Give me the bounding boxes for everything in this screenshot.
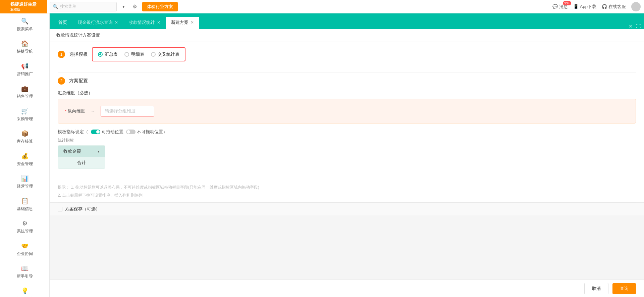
sidebar-label-search: 搜索菜单: [17, 26, 33, 32]
save-label: 方案保存（可选）: [65, 206, 100, 212]
content-area: 首页 现金银行流水查询 ✕ 收款情况统计 ✕ 新建方案 ✕ ✕ ⛶: [50, 13, 644, 297]
required-star: *: [65, 109, 66, 114]
radio-detail[interactable]: 明细表: [124, 51, 144, 57]
radio-group: 汇总表 明细表 交叉统计表: [98, 51, 179, 57]
tab-collection-close[interactable]: ✕: [157, 20, 160, 25]
step1-label: 选择模板: [69, 51, 88, 57]
sidebar-label-inventory: 库存核算: [17, 139, 33, 144]
draggable-label: 可拖动位置: [102, 129, 123, 135]
dimension-vertical-label: * 纵向维度: [65, 108, 85, 114]
marketing-icon: 📢: [21, 62, 29, 70]
tabs-window-controls: ✕ ⛶: [629, 23, 641, 29]
step2-label: 方案配置: [69, 78, 88, 84]
dropdown-btn[interactable]: ▾: [119, 3, 127, 11]
hint-section: 提示： 1. 拖动标题栏可以调整布局，不可跨维度或指标区域拖动栏目字段(只能在同…: [50, 181, 644, 202]
tab-cash-flow-label: 现金银行流水查询: [78, 19, 113, 26]
tab-collection-stats[interactable]: 收款情况统计 ✕: [123, 16, 166, 29]
bottom-bar: 取消 查询: [50, 280, 644, 297]
search-icon: 🔍: [21, 17, 29, 25]
metrics-col1-header-text: 收款金额: [63, 148, 81, 154]
dimension-select-dropdown[interactable]: 请选择分组维度: [101, 106, 154, 116]
metrics-chevron-icon[interactable]: ▾: [98, 149, 100, 154]
sidebar-item-management[interactable]: 📊 经营管理: [0, 171, 49, 193]
dimension-subsection: 汇总维度（必选） * 纵向维度 → 请选择分组维度: [58, 90, 636, 123]
inventory-icon: 📦: [21, 130, 29, 137]
industry-solution-button[interactable]: 体验行业方案: [142, 2, 178, 11]
sidebar-label-management: 经营管理: [17, 184, 33, 189]
radio-cross-label: 交叉统计表: [158, 51, 179, 57]
sidebar-item-purchase[interactable]: 🛒 采购管理: [0, 103, 49, 126]
sidebar-item-hardware[interactable]: 💡 智能硬件: [0, 283, 49, 297]
page-header: 收款情况统计方案设置: [50, 29, 644, 42]
radio-detail-label: 明细表: [131, 51, 144, 57]
message-icon: 💬: [552, 4, 558, 9]
dimension-row: * 纵向维度 → 请选择分组维度: [65, 106, 629, 116]
purchase-icon: 🛒: [21, 107, 29, 115]
sidebar-item-system[interactable]: ⚙ 系统管理: [0, 216, 49, 238]
tab-cash-flow-close[interactable]: ✕: [115, 20, 118, 25]
save-checkbox[interactable]: [58, 207, 62, 211]
sidebar-item-home[interactable]: 🏠 快捷导航: [0, 36, 49, 58]
step2-section: 2 方案配置 汇总维度（必选） * 纵向维度 →: [50, 72, 644, 181]
metrics-table: 收款金额 ▾ 合计: [58, 145, 105, 169]
message-badge: 99+: [563, 1, 571, 5]
metrics-config-label: 模板指标设定（: [58, 129, 88, 135]
main-card: 收款情况统计方案设置 1 选择模板 汇总表: [50, 29, 644, 215]
tab-new-plan-close[interactable]: ✕: [191, 20, 194, 25]
sidebar-item-enterprise[interactable]: 🤝 企业协同: [0, 238, 49, 261]
sidebar-label-system: 系统管理: [17, 229, 33, 234]
query-button[interactable]: 查询: [612, 283, 636, 294]
sidebar-item-basic-info[interactable]: 📋 基础信息: [0, 193, 49, 216]
sidebar-item-finance[interactable]: 💰 资金管理: [0, 148, 49, 171]
page-content: 收款情况统计方案设置 1 选择模板 汇总表: [50, 29, 644, 280]
enterprise-icon: 🤝: [21, 242, 29, 250]
gear-icon: ⚙: [132, 3, 137, 10]
metrics-col1-header: 收款金额 ▾: [58, 146, 105, 157]
messages-btn[interactable]: 💬 消息 99+: [552, 4, 568, 10]
system-icon: ⚙: [22, 220, 28, 227]
chevron-down-icon: ▾: [122, 4, 125, 9]
dimension-placeholder: 请选择分组维度: [105, 108, 136, 113]
sidebar: 🔍 搜索菜单 🏠 快捷导航 📢 营销推广 💼 销售管理 🛒 采购管理 📦 库存核…: [0, 13, 50, 297]
service-label: 在线客服: [608, 4, 626, 10]
sidebar-item-search[interactable]: 🔍 搜索菜单: [0, 13, 49, 36]
settings-gear-btn[interactable]: ⚙: [130, 2, 140, 11]
radio-cross[interactable]: 交叉统计表: [151, 51, 179, 57]
sidebar-label-guide: 新手引导: [17, 274, 33, 279]
cancel-button[interactable]: 取消: [584, 283, 608, 294]
close-window-btn[interactable]: ✕: [629, 23, 633, 29]
user-avatar[interactable]: [631, 2, 641, 11]
tab-new-plan-label: 新建方案: [171, 19, 189, 26]
sidebar-label-marketing: 营销推广: [17, 71, 33, 77]
metrics-section-label: 统计指标: [58, 138, 74, 143]
search-box[interactable]: 🔍 搜索菜单: [50, 2, 117, 11]
tab-bar: 首页 现金银行流水查询 ✕ 收款情况统计 ✕ 新建方案 ✕ ✕ ⛶: [50, 13, 644, 29]
logo-sub: 标准版: [10, 7, 37, 12]
tab-new-plan[interactable]: 新建方案 ✕: [166, 17, 199, 29]
radio-summary-label: 汇总表: [105, 51, 118, 57]
metrics-section: 模板指标设定（ 可拖动位置 不可拖: [58, 129, 636, 175]
radio-summary[interactable]: 汇总表: [98, 51, 118, 57]
download-label: App下载: [580, 4, 596, 10]
hint1: 提示： 1. 拖动标题栏可以调整布局，不可跨维度或指标区域拖动栏目字段(只能在同…: [58, 183, 636, 191]
tab-cash-flow[interactable]: 现金银行流水查询 ✕: [72, 16, 123, 29]
finance-icon: 💰: [21, 152, 29, 160]
guide-icon: 📖: [21, 265, 29, 272]
metrics-not-draggable-indicator: 不可拖动位置）: [126, 129, 167, 135]
sidebar-label-finance: 资金管理: [17, 161, 33, 167]
sidebar-item-inventory[interactable]: 📦 库存核算: [0, 126, 49, 148]
hardware-icon: 💡: [21, 287, 29, 295]
online-service-btn[interactable]: 🎧 在线客服: [602, 4, 626, 10]
maximize-window-btn[interactable]: ⛶: [636, 23, 641, 29]
radio-dot-detail: [124, 52, 129, 57]
home-icon: 🏠: [21, 40, 29, 47]
sidebar-item-marketing[interactable]: 📢 营销推广: [0, 58, 49, 81]
sidebar-item-guide[interactable]: 📖 新手引导: [0, 261, 49, 283]
tab-home[interactable]: 首页: [53, 16, 72, 29]
dimension-title: 汇总维度（必选）: [58, 90, 636, 96]
dimension-vertical-text: 纵向维度: [68, 108, 85, 114]
sidebar-item-sales[interactable]: 💼 销售管理: [0, 81, 49, 103]
template-selection-box: 汇总表 明细表 交叉统计表: [92, 47, 185, 61]
app-download-btn[interactable]: 📱 App下载: [573, 4, 596, 10]
sidebar-label-enterprise: 企业协同: [17, 251, 33, 257]
